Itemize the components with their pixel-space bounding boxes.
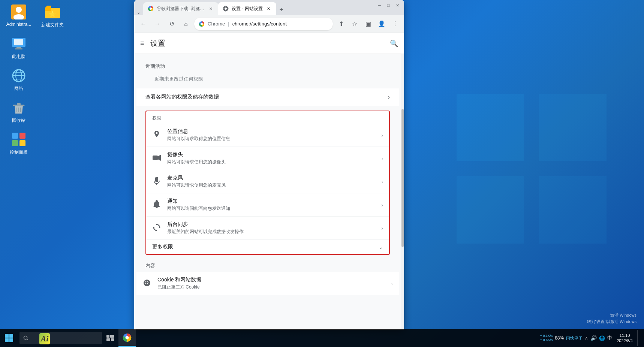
taskbar-search[interactable] [19,332,102,344]
svg-rect-41 [155,177,158,182]
tab-1[interactable]: 谷歌浏览器下载_浏览器官网入口□ ✕ [143,2,218,15]
site-data-row[interactable]: 查看各网站的权限及储存的数据 › [136,88,399,106]
svg-rect-59 [110,335,114,338]
address-input[interactable]: Chrome | chrome://settings/content [194,18,333,30]
background-sync-text: 后台同步 最近关闭的网站可以完成数据收发操作 [167,221,375,235]
desktop-icon-recycle-label: 回收站 [12,117,25,124]
svg-point-33 [225,10,226,11]
svg-rect-55 [9,338,13,342]
windows-logo-bg [457,94,607,244]
svg-point-37 [201,23,203,25]
desktop-icon-admin[interactable]: Administra... [4,4,34,28]
desktop-icon-network[interactable]: 网络 [4,67,34,92]
svg-rect-9 [16,47,21,48]
address-path: chrome://settings/content [232,21,287,27]
scroll-area: 近期活动 近期未更改过任何权限 查看各网站的权限及储存的数据 › [134,54,404,330]
desktop-icon-new-folder[interactable]: ⭐ 新建文件夹 [37,4,67,28]
task-view-button[interactable] [102,330,118,346]
settings-search-icon[interactable]: 🔍 [390,39,398,48]
system-tray: ∧ 🔊 🌐 中 [585,335,612,341]
tab1-close[interactable]: ✕ [208,6,214,12]
new-tab-button[interactable]: + [276,4,287,15]
battery-indicator[interactable]: 88% [555,335,564,341]
notifications-subtitle: 网站可以询问能否向您发送通知 [167,205,375,212]
show-desktop-button[interactable] [637,330,640,346]
reload-button[interactable]: ↺ [166,18,178,30]
bell-icon [152,200,161,210]
sync-icon [152,224,161,233]
tab1-favicon [148,6,154,12]
account-button[interactable]: 👤 [376,18,388,30]
tab1-title: 谷歌浏览器下载_浏览器官网入口□ [157,6,205,12]
no-activity-text: 近期未更改过任何权限 [136,73,399,88]
notifications-title: 通知 [167,198,375,205]
maximize-button[interactable]: □ [385,2,392,8]
svg-point-49 [145,283,146,284]
tray-expand[interactable]: ∧ [585,335,588,341]
collapse-icon[interactable]: ⌄ [136,9,142,15]
location-text: 位置信息 网站可以请求取得您的位置信息 [167,128,375,142]
content-section: 内容 [136,259,399,295]
perm-microphone-row[interactable]: 麦克风 网站可以请求使用您的麦克风 › [146,170,389,193]
taskbar-date-display: 2022/8/4 [617,338,633,343]
home-button[interactable]: ⌂ [180,18,192,30]
ime-indicator[interactable]: 中 [607,335,612,341]
background-sync-title: 后台同步 [167,221,375,228]
tab-bar: 谷歌浏览器下载_浏览器官网入口□ ✕ [143,0,373,15]
start-button[interactable] [0,329,18,347]
taskbar-clock[interactable]: 11:10 2022/8/4 [614,333,635,344]
back-button[interactable]: ← [137,18,149,30]
perm-location-row[interactable]: 位置信息 网站可以请求取得您的位置信息 › [146,124,389,147]
svg-rect-22 [12,140,18,146]
desktop-icon-computer[interactable]: 此电脑 [4,36,34,60]
scroll-thumb[interactable] [401,109,404,247]
tab-2[interactable]: 设置 - 网站设置 ✕ [218,2,276,15]
network-icon[interactable]: 🌐 [599,335,605,341]
microphone-title: 麦克风 [167,175,375,181]
more-permissions-row[interactable]: 更多权限 ⌄ [146,240,389,254]
tab2-favicon [223,6,229,12]
settings-header: ≡ 设置 🔍 [134,33,404,54]
address-source: Chrome [208,21,225,27]
extension-button[interactable]: ▣ [362,18,374,30]
recent-activity-label: 近期活动 [136,60,399,73]
svg-rect-58 [106,335,109,338]
site-data-text: 查看各网站的权限及储存的数据 [145,94,388,100]
close-button[interactable]: ✕ [394,2,401,8]
sound-icon[interactable]: 🔊 [590,335,597,341]
menu-button[interactable]: ⋮ [389,18,401,30]
share-button[interactable]: ⬆ [335,18,347,30]
location-arrow: › [381,132,383,138]
desktop-icon-recycle[interactable]: 回收站 [4,99,34,124]
hamburger-icon[interactable]: ≡ [140,39,144,47]
network-down: + 0.6K/s [540,338,553,342]
address-bar: ← → ↺ ⌂ Chrome | chrome://settings/conte… [134,15,404,33]
location-title: 位置信息 [167,128,375,135]
svg-point-29 [150,7,152,10]
weather-info[interactable]: 雨快停了 [566,335,583,341]
bookmark-button[interactable]: ☆ [349,18,361,30]
ai-label: Ai [39,333,50,344]
settings-page-title: 设置 [150,38,384,48]
desktop-icon-control[interactable]: 控制面板 [4,131,34,156]
perm-camera-row[interactable]: 摄像头 网站可以请求使用您的摄像头 › [146,147,389,170]
forward-button[interactable]: → [151,18,163,30]
svg-rect-24 [457,94,524,161]
minimize-button[interactable]: ─ [376,2,383,8]
expand-icon: ⌄ [379,244,383,250]
taskbar-time-display: 11:10 [620,333,630,338]
settings-content[interactable]: 近期活动 近期未更改过任何权限 查看各网站的权限及储存的数据 › [134,54,401,330]
cookies-row[interactable]: Cookie 和网站数据 已阻止第三方 Cookie › [136,272,399,295]
tab2-close[interactable]: ✕ [266,6,272,12]
svg-rect-8 [14,39,23,45]
recent-activity-section: 近期活动 近期未更改过任何权限 [136,60,399,88]
ai-taskbar-icon[interactable]: Ai [36,331,53,347]
location-subtitle: 网站可以请求取得您的位置信息 [167,136,375,142]
scrollbar[interactable] [401,54,404,330]
camera-text: 摄像头 网站可以请求使用您的摄像头 [167,151,375,165]
perm-notifications-row[interactable]: 通知 网站可以询问能否向您发送通知 › [146,193,389,217]
taskbar-right: + 0.1K/s + 0.6K/s 88% 雨快停了 ∧ 🔊 🌐 中 [540,330,644,346]
perm-background-sync-row[interactable]: 后台同步 最近关闭的网站可以完成数据收发操作 › [146,217,389,240]
permissions-box: 权限 位置信息 [145,111,390,255]
taskbar-chrome-app[interactable] [118,329,136,347]
